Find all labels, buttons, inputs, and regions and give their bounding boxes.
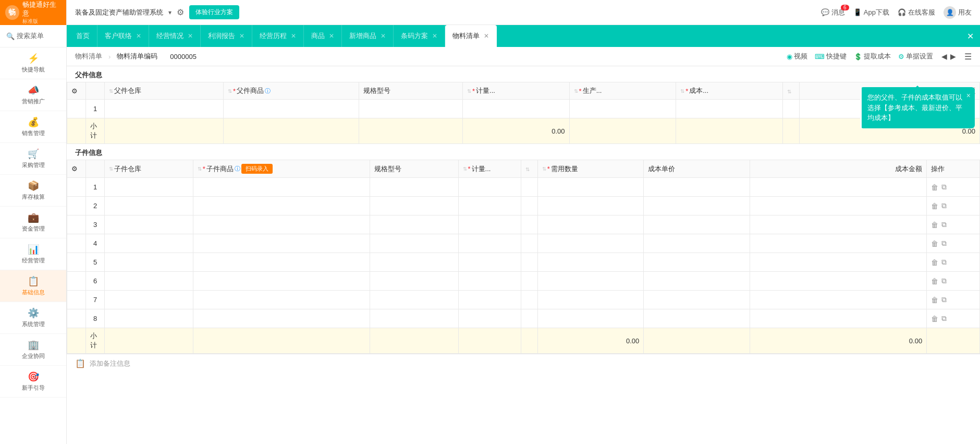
child-row-unit-3[interactable] xyxy=(458,215,521,234)
breadcrumb-home[interactable]: 物料清单 xyxy=(75,52,102,61)
sidebar-item-quick-nav[interactable]: ⚡ 快捷导航 xyxy=(0,47,66,79)
child-row-unit-cost-1[interactable] xyxy=(644,178,750,197)
child-row-needed-qty-3[interactable] xyxy=(537,215,644,234)
child-row-unit-8[interactable] xyxy=(458,309,521,328)
child-row-needed-qty-6[interactable] xyxy=(537,272,644,291)
system-dropdown[interactable]: ▾ xyxy=(168,9,172,16)
child-row-unit-cost-3[interactable] xyxy=(644,215,750,234)
child-row-unit-6[interactable] xyxy=(458,272,521,291)
trial-button[interactable]: 体验行业方案 xyxy=(189,5,239,19)
child-row-unit-7[interactable] xyxy=(458,291,521,309)
child-row-warehouse-3[interactable] xyxy=(105,215,193,234)
child-row-unit-5[interactable] xyxy=(458,253,521,272)
child-row-spec-7[interactable] xyxy=(370,291,458,309)
parent-row-spec[interactable] xyxy=(359,100,462,118)
view-button[interactable]: ◉ 视频 xyxy=(787,52,807,61)
child-row-unit-cost-7[interactable] xyxy=(644,291,750,309)
child-row-unit-4[interactable] xyxy=(458,234,521,253)
child-row-product-5[interactable] xyxy=(193,253,370,272)
sidebar-item-marketing[interactable]: 📣 营销推广 xyxy=(0,79,66,111)
gear-icon[interactable]: ⚙ xyxy=(177,7,184,17)
message-button[interactable]: 💬 消息 6 xyxy=(821,8,845,17)
sidebar-item-guide[interactable]: 🎯 新手引导 xyxy=(0,366,66,398)
child-row-needed-qty-2[interactable] xyxy=(537,197,644,215)
child-row-unit-cost-2[interactable] xyxy=(644,197,750,215)
child-row-spec-5[interactable] xyxy=(370,253,458,272)
parent-row-product[interactable] xyxy=(223,100,359,118)
app-download-link[interactable]: 📱 App下载 xyxy=(853,8,889,17)
copy-row-7-button[interactable]: ⧉ xyxy=(941,295,947,304)
child-row-unit-cost-4[interactable] xyxy=(644,234,750,253)
child-row-product-3[interactable] xyxy=(193,215,370,234)
tab-customers[interactable]: 客户联络✕ xyxy=(97,25,149,47)
search-menu-item[interactable]: 🔍 搜索菜单 xyxy=(4,29,62,43)
shortcut-button[interactable]: ⌨ 快捷键 xyxy=(815,52,847,61)
tab-close-new-product[interactable]: ✕ xyxy=(381,32,386,40)
copy-row-3-button[interactable]: ⧉ xyxy=(941,220,947,229)
copy-row-6-button[interactable]: ⧉ xyxy=(941,277,947,285)
delete-row-2-button[interactable]: 🗑 xyxy=(931,202,938,210)
close-all-tabs-button[interactable]: ✕ xyxy=(963,31,978,41)
child-row-unit-cost-5[interactable] xyxy=(644,253,750,272)
child-row-needed-qty-5[interactable] xyxy=(537,253,644,272)
delete-row-5-button[interactable]: 🗑 xyxy=(931,258,938,267)
online-service-link[interactable]: 🎧 在线客服 xyxy=(898,8,935,17)
sidebar-item-enterprise[interactable]: 🏢 企业协同 xyxy=(0,334,66,366)
child-row-product-8[interactable] xyxy=(193,309,370,328)
child-row-product-4[interactable] xyxy=(193,234,370,253)
child-row-warehouse-6[interactable] xyxy=(105,272,193,291)
copy-row-5-button[interactable]: ⧉ xyxy=(941,258,947,267)
copy-row-8-button[interactable]: ⧉ xyxy=(941,314,947,323)
scan-input-button[interactable]: 扫码录入 xyxy=(241,164,273,174)
delete-row-3-button[interactable]: 🗑 xyxy=(931,221,938,229)
child-row-warehouse-1[interactable] xyxy=(105,178,193,197)
copy-row-2-button[interactable]: ⧉ xyxy=(941,201,947,210)
tab-new-product[interactable]: 新增商品✕ xyxy=(342,25,394,47)
child-row-spec-4[interactable] xyxy=(370,234,458,253)
sidebar-item-system[interactable]: ⚙️ 系统管理 xyxy=(0,302,66,334)
child-row-unit-cost-6[interactable] xyxy=(644,272,750,291)
child-row-warehouse-4[interactable] xyxy=(105,234,193,253)
sidebar-item-finance[interactable]: 💼 资金管理 xyxy=(0,207,66,238)
child-row-product-1[interactable] xyxy=(193,178,370,197)
parent-row-produce[interactable] xyxy=(569,100,676,118)
parent-row-unit[interactable] xyxy=(463,100,570,118)
child-row-product-7[interactable] xyxy=(193,291,370,309)
child-row-product-6[interactable] xyxy=(193,272,370,291)
child-row-spec-3[interactable] xyxy=(370,215,458,234)
grid-view-icon[interactable]: ☰ xyxy=(964,52,972,62)
tab-barcode[interactable]: 条码方案✕ xyxy=(394,25,445,47)
tab-close-profit-report[interactable]: ✕ xyxy=(239,32,244,40)
child-row-spec-1[interactable] xyxy=(370,178,458,197)
tab-close-biz-history[interactable]: ✕ xyxy=(291,32,296,40)
parent-row-cost[interactable] xyxy=(676,100,783,118)
child-row-unit-2[interactable] xyxy=(458,197,521,215)
child-row-spec-6[interactable] xyxy=(370,272,458,291)
nav-prev-button[interactable]: ◀ xyxy=(940,51,948,62)
child-row-needed-qty-4[interactable] xyxy=(537,234,644,253)
sidebar-item-operations[interactable]: 📊 经营管理 xyxy=(0,238,66,270)
tab-close-bom[interactable]: ✕ xyxy=(484,32,489,40)
nav-next-button[interactable]: ▶ xyxy=(949,51,957,62)
tab-close-barcode[interactable]: ✕ xyxy=(432,32,437,40)
copy-row-4-button[interactable]: ⧉ xyxy=(941,239,947,248)
child-row-warehouse-2[interactable] xyxy=(105,197,193,215)
tab-operations-status[interactable]: 经营情况✕ xyxy=(149,25,201,47)
tab-close-products[interactable]: ✕ xyxy=(329,32,334,40)
extract-cost-button[interactable]: 💲 提取成本 xyxy=(854,52,891,61)
tooltip-close-button[interactable]: × xyxy=(966,90,971,101)
copy-row-1-button[interactable]: ⧉ xyxy=(941,183,947,191)
child-row-unit-cost-8[interactable] xyxy=(644,309,750,328)
delete-row-8-button[interactable]: 🗑 xyxy=(931,315,938,323)
sidebar-item-purchase[interactable]: 🛒 采购管理 xyxy=(0,143,66,175)
single-settings-button[interactable]: ⚙ 单据设置 xyxy=(898,52,933,61)
user-menu[interactable]: 👤 用友 xyxy=(944,6,972,19)
child-row-spec-8[interactable] xyxy=(370,309,458,328)
delete-row-1-button[interactable]: 🗑 xyxy=(931,183,938,191)
child-row-needed-qty-1[interactable] xyxy=(537,178,644,197)
sidebar-item-inventory[interactable]: 📦 库存核算 xyxy=(0,175,66,207)
child-row-unit-1[interactable] xyxy=(458,178,521,197)
delete-row-4-button[interactable]: 🗑 xyxy=(931,239,938,248)
tab-close-customers[interactable]: ✕ xyxy=(136,32,141,40)
delete-row-7-button[interactable]: 🗑 xyxy=(931,296,938,304)
